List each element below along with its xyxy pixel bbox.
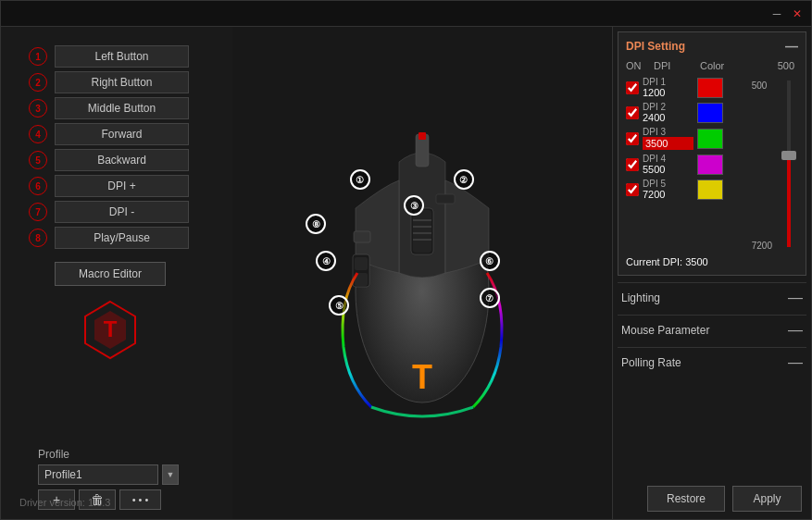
svg-rect-16 xyxy=(418,132,426,140)
dpi-name-5: DPI 5 xyxy=(643,179,693,189)
section-header-0[interactable]: Lighting — xyxy=(618,283,806,313)
profile-label: Profile xyxy=(38,448,214,461)
button-label-3[interactable]: Middle Button xyxy=(55,97,189,119)
button-item-3: 3 Middle Button xyxy=(29,97,214,119)
section-collapse-1[interactable]: — xyxy=(788,323,803,338)
button-item-1: 1 Left Button xyxy=(29,45,214,68)
dpi-panel-title: DPI Setting — xyxy=(626,40,798,53)
dpi-color-4[interactable] xyxy=(697,155,723,175)
dpi-name-val-4: DPI 4 5500 xyxy=(643,154,693,175)
dpi-value-5: 7200 xyxy=(643,189,693,200)
mouse-label-6: ⑥ xyxy=(480,251,500,271)
dpi-check-5[interactable] xyxy=(626,183,639,196)
button-item-4: 4 Forward xyxy=(29,123,214,145)
close-button[interactable]: ✕ xyxy=(789,6,806,22)
section-label-1: Mouse Parameter xyxy=(621,324,709,337)
svg-text:T: T xyxy=(412,358,432,396)
section-header-1[interactable]: Mouse Parameter — xyxy=(618,316,806,345)
dpi-value-2: 2400 xyxy=(643,112,693,123)
dpi-range-labels: 500 7200 xyxy=(752,80,772,251)
button-num-4: 4 xyxy=(29,125,47,143)
dpi-row-2: DPI 2 2400 xyxy=(626,102,748,123)
dpi-slider-area: DPI 1 1200 DPI 2 2400 DPI 3 3500 DPI 4 5… xyxy=(626,77,798,251)
dpi-color-5[interactable] xyxy=(697,180,723,200)
dpi-row-3: DPI 3 3500 xyxy=(626,127,748,150)
minimize-button[interactable]: ─ xyxy=(768,6,785,22)
dpi-slider-thumb[interactable] xyxy=(781,151,796,160)
button-num-8: 8 xyxy=(29,229,47,247)
dpi-name-val-1: DPI 1 1200 xyxy=(643,77,693,98)
button-num-2: 2 xyxy=(29,73,47,92)
dpi-name-val-2: DPI 2 2400 xyxy=(643,102,693,123)
dpi-name-2: DPI 2 xyxy=(643,102,693,112)
dpi-col-color: Color xyxy=(700,60,746,71)
dpi-color-3[interactable] xyxy=(697,129,723,149)
driver-version: Driver version: 1.0.3 xyxy=(19,497,110,508)
section-label-0: Lighting xyxy=(621,291,660,304)
macro-editor-button[interactable]: Macro Editor xyxy=(55,262,166,286)
bottom-buttons: Restore Apply xyxy=(647,486,802,512)
profile-dropdown-arrow[interactable]: ▼ xyxy=(162,464,179,485)
section-collapse-0[interactable]: — xyxy=(788,291,803,305)
button-label-7[interactable]: DPI - xyxy=(55,201,189,223)
dpi-color-1[interactable] xyxy=(697,78,723,98)
current-dpi-label: Current DPI: xyxy=(626,256,682,267)
section-mouse-parameter: Mouse Parameter — xyxy=(618,315,806,345)
mouse-panel: T ① ② ③ ④ ⑤ ⑥ ⑦ ⑧ xyxy=(232,27,612,519)
button-label-2[interactable]: Right Button xyxy=(55,71,189,93)
dpi-value-1: 1200 xyxy=(643,87,693,98)
main-content: 1 Left Button 2 Right Button 3 Middle Bu… xyxy=(1,27,811,519)
current-dpi-value: 3500 xyxy=(685,256,707,267)
button-label-6[interactable]: DPI + xyxy=(55,175,189,197)
dpi-row-1: DPI 1 1200 xyxy=(626,77,748,98)
apply-button[interactable]: Apply xyxy=(732,486,802,512)
profile-select-wrap: Profile1Profile2Profile3 ▼ xyxy=(38,464,214,485)
dpi-panel-collapse[interactable]: — xyxy=(785,40,798,53)
left-panel: 1 Left Button 2 Right Button 3 Middle Bu… xyxy=(1,27,232,519)
right-panel: DPI Setting — ON DPI Color 500 DPI 1 120… xyxy=(612,27,811,519)
dpi-slider-fill xyxy=(787,155,791,247)
main-window: ─ ✕ 1 Left Button 2 Right Button 3 Middl… xyxy=(0,0,812,520)
dpi-name-4: DPI 4 xyxy=(643,154,693,164)
dpi-row-4: DPI 4 5500 xyxy=(626,154,748,175)
dpi-name-1: DPI 1 xyxy=(643,77,693,87)
dpi-header: ON DPI Color 500 xyxy=(626,60,798,71)
mouse-container: T ① ② ③ ④ ⑤ ⑥ ⑦ ⑧ xyxy=(293,88,552,458)
dpi-max-label: 500 xyxy=(752,80,772,91)
dpi-slider-container xyxy=(780,77,798,251)
svg-text:T: T xyxy=(104,316,118,341)
button-item-6: 6 DPI + xyxy=(29,175,214,197)
dpi-row-5: DPI 5 7200 xyxy=(626,179,748,200)
title-bar: ─ ✕ xyxy=(1,1,811,27)
section-collapse-2[interactable]: — xyxy=(788,355,803,370)
mouse-image: T xyxy=(293,88,552,458)
logo-area: T xyxy=(55,297,166,362)
button-num-1: 1 xyxy=(29,47,47,66)
dpi-check-2[interactable] xyxy=(626,106,639,119)
svg-rect-13 xyxy=(436,194,455,204)
restore-button[interactable]: Restore xyxy=(647,486,725,512)
sections-container: Lighting — Mouse Parameter — Polling Rat… xyxy=(613,280,811,378)
mouse-label-1: ① xyxy=(350,169,370,190)
button-label-5[interactable]: Backward xyxy=(55,149,189,171)
section-header-2[interactable]: Polling Rate — xyxy=(618,348,806,378)
button-item-7: 7 DPI - xyxy=(29,201,214,223)
svg-rect-11 xyxy=(355,257,368,270)
button-item-8: 8 Play/Pause xyxy=(29,227,214,249)
dpi-color-2[interactable] xyxy=(697,103,723,123)
dpi-panel-title-label: DPI Setting xyxy=(626,40,685,53)
button-label-1[interactable]: Left Button xyxy=(55,45,189,68)
dpi-name-val-5: DPI 5 7200 xyxy=(643,179,693,200)
button-label-4[interactable]: Forward xyxy=(55,123,189,145)
section-label-2: Polling Rate xyxy=(621,356,681,369)
dpi-col-val: 500 xyxy=(746,60,794,71)
svg-rect-5 xyxy=(413,210,431,253)
dpi-check-3[interactable] xyxy=(626,132,639,145)
button-item-5: 5 Backward xyxy=(29,149,214,171)
dpi-check-1[interactable] xyxy=(626,81,639,94)
profile-select[interactable]: Profile1Profile2Profile3 xyxy=(38,464,158,485)
dpi-check-4[interactable] xyxy=(626,158,639,171)
button-label-8[interactable]: Play/Pause xyxy=(55,227,189,249)
profile-more-button[interactable]: • • • xyxy=(119,489,161,510)
dpi-name-3: DPI 3 xyxy=(643,127,693,137)
